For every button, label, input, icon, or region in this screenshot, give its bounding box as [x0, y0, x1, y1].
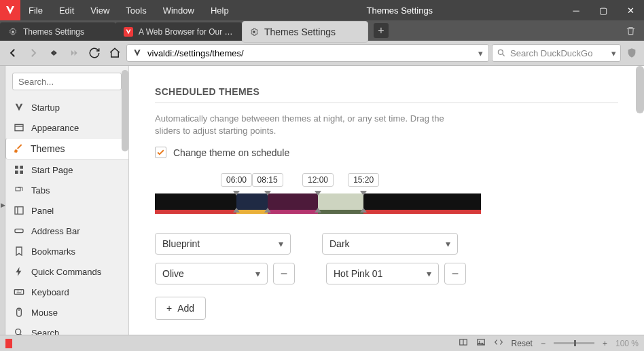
- tab-0[interactable]: Themes Settings: [0, 22, 115, 41]
- grid-icon: [14, 164, 24, 175]
- sidebar-item-panel[interactable]: Panel: [5, 200, 128, 221]
- slider-handle[interactable]: [234, 191, 239, 213]
- schedule-timeline[interactable]: 06:00 08:15 12:00 15:20: [155, 173, 481, 219]
- sidebar-item-label: Start Page: [31, 165, 73, 175]
- select-value: Hot Pink 01: [334, 268, 382, 279]
- bookmark-icon: [14, 246, 24, 257]
- scrollbar[interactable]: [122, 70, 128, 151]
- zoom-out-button[interactable]: −: [541, 339, 545, 348]
- theme-select-olive[interactable]: Olive▾: [155, 263, 268, 284]
- svg-point-17: [478, 341, 480, 342]
- status-bar: Reset − + 100 %: [0, 335, 644, 351]
- slider-handle[interactable]: [361, 191, 366, 213]
- menu-help[interactable]: Help: [202, 0, 237, 20]
- sidebar-item-tabs[interactable]: Tabs: [5, 180, 128, 200]
- tab-label: Themes Settings: [264, 26, 336, 37]
- menu-view[interactable]: View: [82, 0, 118, 20]
- time-label[interactable]: 08:15: [252, 173, 283, 187]
- title-bar: File Edit View Tools Window Help Themes …: [0, 0, 644, 20]
- vivaldi-logo-icon: [0, 0, 20, 20]
- menu-window[interactable]: Window: [155, 0, 202, 20]
- tab-1[interactable]: A Web Browser for Our Fri…: [115, 22, 242, 41]
- trash-icon[interactable]: [617, 20, 644, 41]
- tab-2[interactable]: Themes Settings: [242, 21, 368, 43]
- time-label[interactable]: 15:20: [348, 173, 379, 187]
- chevron-down-icon: ▾: [255, 268, 260, 279]
- sidebar-item-label: Startup: [31, 103, 60, 113]
- sidebar-item-startup[interactable]: Startup: [5, 97, 128, 117]
- checkbox-label: Change theme on schedule: [173, 147, 289, 158]
- chevron-down-icon: ▾: [279, 238, 283, 249]
- menu-edit[interactable]: Edit: [51, 0, 82, 20]
- panel-rail[interactable]: ▶: [0, 66, 5, 335]
- select-value: Blueprint: [162, 238, 200, 249]
- fast-forward-button[interactable]: [65, 44, 83, 62]
- schedule-checkbox-row[interactable]: Change theme on schedule: [155, 147, 618, 158]
- back-button[interactable]: [4, 44, 22, 62]
- slider-handle[interactable]: [265, 191, 270, 213]
- home-button[interactable]: [106, 44, 124, 62]
- zoom-in-button[interactable]: +: [603, 339, 607, 348]
- reload-button[interactable]: [86, 44, 103, 62]
- brush-icon: [13, 143, 24, 154]
- addressbar-icon: [14, 225, 24, 236]
- menu-tools[interactable]: Tools: [118, 0, 154, 20]
- theme-select-dark[interactable]: Dark▾: [322, 233, 458, 255]
- url-input[interactable]: vivaldi://settings/themes/ ▾: [126, 44, 489, 62]
- shield-icon[interactable]: [624, 45, 640, 61]
- time-label[interactable]: 06:00: [221, 173, 252, 187]
- scrollbar[interactable]: [636, 66, 644, 113]
- image-icon[interactable]: [476, 337, 486, 349]
- reset-zoom[interactable]: Reset: [512, 339, 533, 348]
- maximize-button[interactable]: ▢: [590, 0, 617, 20]
- menu-file[interactable]: File: [20, 0, 51, 20]
- zoom-slider[interactable]: [554, 342, 594, 344]
- code-icon[interactable]: [494, 337, 503, 349]
- svg-rect-5: [15, 166, 18, 169]
- svg-point-14: [16, 329, 21, 335]
- time-label[interactable]: 12:00: [302, 173, 334, 187]
- sidebar-item-keyboard[interactable]: Keyboard: [5, 282, 128, 302]
- sidebar-item-themes[interactable]: Themes: [5, 138, 129, 160]
- search-input[interactable]: Search DuckDuckGo ▾: [492, 44, 621, 62]
- address-bar: vivaldi://settings/themes/ ▾ Search Duck…: [0, 41, 644, 65]
- tab-label: A Web Browser for Our Fri…: [139, 27, 234, 37]
- sidebar-item-mouse[interactable]: Mouse: [5, 302, 128, 322]
- chevron-down-icon[interactable]: ▾: [611, 48, 616, 58]
- sidebar-item-label: Tabs: [31, 185, 50, 196]
- slider-handle[interactable]: [315, 191, 321, 213]
- forward-button[interactable]: [24, 44, 42, 62]
- new-tab-button[interactable]: +: [374, 23, 389, 38]
- sidebar-item-bookmarks[interactable]: Bookmarks: [5, 241, 128, 261]
- tile-icon[interactable]: [459, 337, 468, 349]
- theme-select-hotpink[interactable]: Hot Pink 01▾: [326, 263, 439, 284]
- sidebar-item-label: Panel: [31, 206, 54, 216]
- chevron-down-icon: ▾: [446, 238, 450, 249]
- svg-point-0: [12, 31, 14, 33]
- svg-rect-6: [20, 166, 23, 169]
- checkbox-checked-icon[interactable]: [155, 147, 166, 158]
- sidebar-item-addressbar[interactable]: Address Bar: [5, 221, 128, 241]
- settings-nav: Startup Appearance Themes Start Page Tab…: [5, 66, 129, 335]
- add-button[interactable]: +Add: [155, 297, 206, 320]
- settings-search[interactable]: [12, 73, 122, 90]
- sidebar-item-search[interactable]: Search: [5, 322, 128, 335]
- svg-rect-8: [20, 170, 23, 174]
- chevron-down-icon[interactable]: ▾: [478, 48, 483, 58]
- remove-button[interactable]: −: [273, 263, 295, 284]
- section-title: SCHEDULED THEMES: [155, 86, 618, 103]
- settings-search-input[interactable]: [18, 77, 115, 87]
- search-icon: [497, 48, 506, 58]
- status-accent: [5, 339, 12, 348]
- minimize-button[interactable]: ─: [562, 0, 590, 20]
- close-window-button[interactable]: ✕: [617, 0, 644, 20]
- sidebar-item-startpage[interactable]: Start Page: [5, 160, 128, 180]
- sidebar-item-quickcommands[interactable]: Quick Commands: [5, 261, 128, 282]
- sidebar-item-appearance[interactable]: Appearance: [5, 117, 128, 138]
- mouse-icon: [14, 307, 24, 318]
- theme-select-blueprint[interactable]: Blueprint▾: [155, 233, 291, 255]
- svg-point-3: [498, 50, 503, 54]
- remove-button[interactable]: −: [444, 263, 466, 284]
- gear-icon: [8, 27, 18, 37]
- rewind-button[interactable]: [45, 44, 62, 62]
